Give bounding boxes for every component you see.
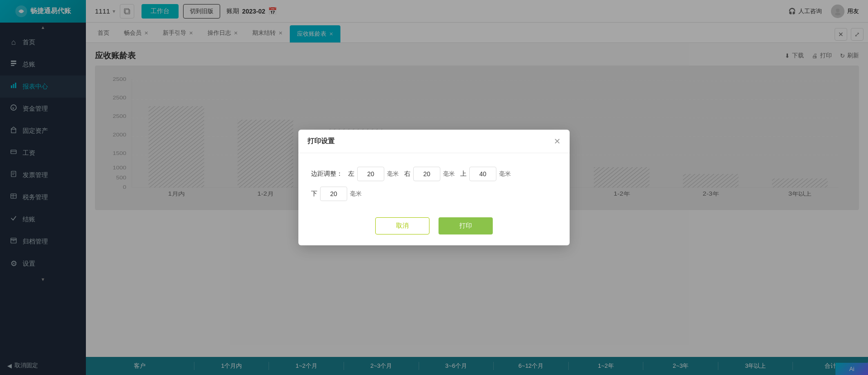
right-margin-input[interactable] bbox=[413, 167, 440, 181]
modal-close-button[interactable]: ✕ bbox=[554, 137, 561, 145]
top-label: 上 bbox=[460, 170, 467, 178]
cancel-button[interactable]: 取消 bbox=[375, 217, 429, 234]
bottom-margin-input[interactable] bbox=[320, 187, 347, 201]
right-unit: 毫米 bbox=[443, 170, 455, 178]
modal-footer: 取消 打印 bbox=[298, 210, 570, 245]
modal-header: 打印设置 ✕ bbox=[298, 130, 570, 153]
margin-group-right: 右 毫米 bbox=[404, 167, 455, 181]
print-settings-dialog: 打印设置 ✕ 边距调整： 左 毫米 右 毫米 上 毫米 bbox=[298, 130, 570, 245]
margin-group-bottom: 下 毫米 bbox=[311, 187, 362, 201]
top-margin-input[interactable] bbox=[469, 167, 496, 181]
top-unit: 毫米 bbox=[499, 170, 511, 178]
left-margin-input[interactable] bbox=[357, 167, 384, 181]
modal-title: 打印设置 bbox=[307, 137, 335, 145]
margin-group-top: 上 毫米 bbox=[460, 167, 511, 181]
bottom-label: 下 bbox=[311, 190, 317, 198]
bottom-unit: 毫米 bbox=[350, 190, 362, 198]
right-label: 右 bbox=[404, 170, 410, 178]
modal-overlay: 打印设置 ✕ 边距调整： 左 毫米 右 毫米 上 毫米 bbox=[0, 0, 868, 375]
confirm-print-button[interactable]: 打印 bbox=[439, 217, 493, 234]
margin-adjustment-label: 边距调整： bbox=[311, 170, 343, 178]
margin-row: 边距调整： 左 毫米 右 毫米 上 毫米 下 bbox=[311, 167, 557, 201]
left-unit: 毫米 bbox=[387, 170, 399, 178]
modal-body: 边距调整： 左 毫米 右 毫米 上 毫米 下 bbox=[298, 153, 570, 210]
left-label: 左 bbox=[348, 170, 354, 178]
margin-group-left: 左 毫米 bbox=[348, 167, 399, 181]
